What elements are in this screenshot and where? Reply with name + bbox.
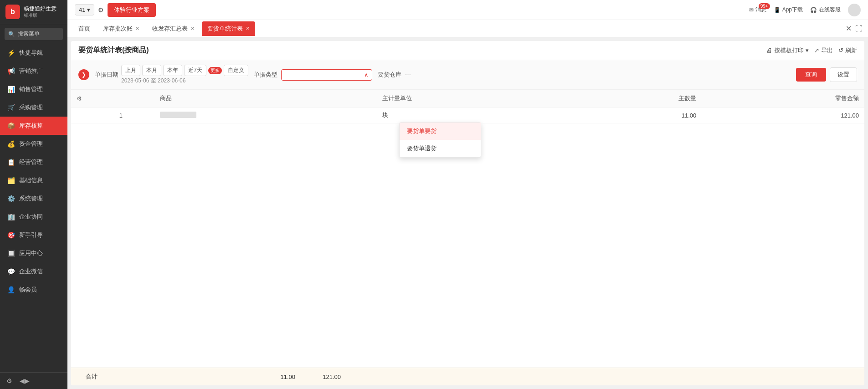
- topbar-gear-icon[interactable]: ⚙: [98, 6, 104, 14]
- sidebar-item-inventory[interactable]: 📦 库存核算: [0, 117, 67, 135]
- refresh-action[interactable]: ↺ 刷新: [838, 46, 857, 55]
- last-7-button[interactable]: 近7天: [184, 65, 206, 76]
- sidebar-item-enterprise[interactable]: 🏢 企业协同: [0, 208, 67, 226]
- purchase-icon: 🛒: [6, 103, 15, 112]
- refresh-icon: ↺: [838, 47, 843, 54]
- message-badge: 99+: [759, 3, 770, 9]
- page-header-actions: 🖨 按模板打印 ▾ ↗ 导出 ↺ 刷新: [766, 46, 857, 55]
- trial-button[interactable]: 体验行业方案: [108, 3, 156, 17]
- sidebar-item-purchase[interactable]: 🛒 采购管理: [0, 98, 67, 117]
- tab-batch-account-close-icon[interactable]: ✕: [135, 26, 139, 31]
- quick-nav-icon: ⚡: [6, 48, 15, 57]
- sidebar-settings-icon[interactable]: ⚙: [6, 377, 12, 384]
- app-download-item[interactable]: 📱 App下载: [774, 6, 803, 14]
- sidebar-item-guide[interactable]: 🎯 新手引导: [0, 226, 67, 244]
- date-filter-group: 单据日期 上月 本月 本年 近7天 更多 自定义 2023-05-06 至 20…: [95, 65, 248, 85]
- last-month-button[interactable]: 上月: [121, 65, 140, 76]
- data-table: ⚙ 商品 主计量单位 主数量 零售金额 1: [71, 90, 864, 123]
- export-action[interactable]: ↗ 导出: [814, 46, 833, 55]
- sidebar-item-member[interactable]: 👤 畅会员: [0, 281, 67, 299]
- col-product-header: 商品: [154, 90, 377, 107]
- footer-label: 合计: [77, 373, 268, 381]
- sidebar-search[interactable]: 🔍 搜索菜单: [5, 28, 63, 40]
- warehouse-dots[interactable]: ···: [405, 71, 411, 79]
- dropdown-item-order-goods[interactable]: 要货单要货: [400, 123, 481, 140]
- tab-home[interactable]: 首页: [73, 21, 96, 36]
- row-settings-cell: [71, 107, 87, 123]
- tab-order-summary[interactable]: 要货单统计表 ✕: [202, 21, 255, 36]
- filter-bar: ❯ 单据日期 上月 本月 本年 近7天 更多 自定义 2023-05-06 至 …: [71, 60, 864, 90]
- sidebar-item-quick-nav[interactable]: ⚡ 快捷导航: [0, 44, 67, 62]
- filter-expand-button[interactable]: ❯: [78, 69, 89, 80]
- sidebar-item-appstore[interactable]: 🔲 应用中心: [0, 244, 67, 262]
- tab-receive-summary[interactable]: 收发存汇总表 ✕: [147, 21, 200, 36]
- this-month-button[interactable]: 本月: [142, 65, 161, 76]
- col-settings-header[interactable]: ⚙: [71, 90, 87, 107]
- basic-icon: 🗂️: [6, 176, 15, 185]
- filter-actions: 查询 设置: [796, 67, 857, 82]
- type-filter-input[interactable]: [281, 69, 372, 81]
- sidebar-nav: ⚡ 快捷导航 📢 营销推广 📊 销售管理 🛒 采购管理 📦 库存核算 💰 资金管…: [0, 44, 67, 372]
- export-icon: ↗: [814, 47, 819, 54]
- query-button[interactable]: 查询: [796, 68, 826, 82]
- sidebar-item-operations[interactable]: 📋 经营管理: [0, 153, 67, 171]
- tab-receive-summary-close-icon[interactable]: ✕: [190, 26, 195, 31]
- col-unit-header: 主计量单位: [377, 90, 567, 107]
- type-dropdown: 要货单要货 要货单退货: [399, 122, 481, 158]
- operations-icon: 📋: [6, 158, 15, 167]
- company-select-chevron-icon: ▾: [87, 6, 90, 13]
- online-service-item[interactable]: 🎧 在线客服: [810, 6, 841, 14]
- guide-icon: 🎯: [6, 230, 15, 240]
- tab-close-all-button[interactable]: ✕: [846, 24, 852, 33]
- table-row: 1 块 11.00 121.00: [71, 107, 864, 123]
- topbar-right: ✉ 消息 99+ 📱 App下载 🎧 在线客服: [749, 4, 861, 16]
- company-select[interactable]: 41 ▾: [75, 4, 94, 15]
- row-index-cell: 1: [87, 107, 154, 123]
- message-icon: ✉: [749, 7, 754, 13]
- appstore-icon: 🔲: [6, 249, 15, 258]
- dropdown-item-order-return[interactable]: 要货单退货: [400, 140, 481, 157]
- sidebar-item-marketing[interactable]: 📢 营销推广: [0, 62, 67, 80]
- sidebar-logo: b 畅捷通好生意 标准版: [0, 0, 67, 24]
- date-buttons-col: 上月 本月 本年 近7天 更多 自定义 2023-05-06 至 2023-06…: [121, 65, 248, 85]
- logo-icon: b: [5, 5, 20, 19]
- phone-icon: 📱: [774, 7, 781, 13]
- this-year-button[interactable]: 本年: [163, 65, 182, 76]
- sidebar-item-sales[interactable]: 📊 销售管理: [0, 80, 67, 98]
- tab-expand-button[interactable]: ⛶: [855, 25, 863, 33]
- filter-settings-button[interactable]: 设置: [830, 67, 857, 82]
- sidebar-item-finance[interactable]: 💰 资金管理: [0, 135, 67, 153]
- sidebar-item-wechat[interactable]: 💬 企业微信: [0, 262, 67, 281]
- type-select-wrapper: ∧: [281, 69, 372, 81]
- date-buttons: 上月 本月 本年 近7天 更多 自定义: [121, 65, 248, 76]
- finance-icon: 💰: [6, 139, 15, 148]
- col-index-header: [87, 90, 154, 107]
- row-unit-cell: 块: [377, 107, 567, 123]
- tab-batch-account[interactable]: 库存批次账 ✕: [98, 21, 145, 36]
- sidebar-item-basic[interactable]: 🗂️ 基础信息: [0, 171, 67, 189]
- avatar[interactable]: [848, 4, 861, 16]
- col-amount-header: 零售金额: [702, 90, 864, 107]
- sidebar-item-system[interactable]: ⚙️ 系统管理: [0, 189, 67, 208]
- search-icon: 🔍: [8, 31, 15, 37]
- warehouse-filter-label: 要货仓库: [378, 71, 401, 79]
- custom-date-button[interactable]: 自定义: [224, 65, 248, 76]
- row-quantity-cell: 11.00: [567, 107, 702, 123]
- print-action[interactable]: 🖨 按模板打印 ▾: [766, 46, 809, 55]
- sidebar: b 畅捷通好生意 标准版 🔍 搜索菜单 ⚡ 快捷导航 📢 营销推广 📊 销售管理…: [0, 0, 67, 389]
- messages-item[interactable]: ✉ 消息 99+: [749, 6, 766, 14]
- topbar: 41 ▾ ⚙ 体验行业方案 ✉ 消息 99+ 📱 App下载 🎧 在线客服: [67, 0, 868, 20]
- type-filter-group: 单据类型 ∧: [254, 69, 372, 81]
- more-badge: 更多: [208, 67, 222, 74]
- date-range-display: 2023-05-06 至 2023-06-06: [121, 77, 248, 85]
- sales-icon: 📊: [6, 85, 15, 94]
- marketing-icon: 📢: [6, 67, 15, 76]
- page-title: 要货单统计表(按商品): [78, 46, 149, 55]
- page-header: 要货单统计表(按商品) 🖨 按模板打印 ▾ ↗ 导出 ↺ 刷新: [71, 41, 864, 60]
- tab-order-summary-close-icon[interactable]: ✕: [246, 26, 250, 31]
- print-icon: 🖨: [766, 47, 772, 54]
- print-chevron-icon: ▾: [806, 47, 809, 54]
- sidebar-collapse-icon[interactable]: ◀▶: [20, 377, 30, 384]
- table-footer: 合计 11.00 121.00: [71, 368, 864, 385]
- member-icon: 👤: [6, 285, 15, 294]
